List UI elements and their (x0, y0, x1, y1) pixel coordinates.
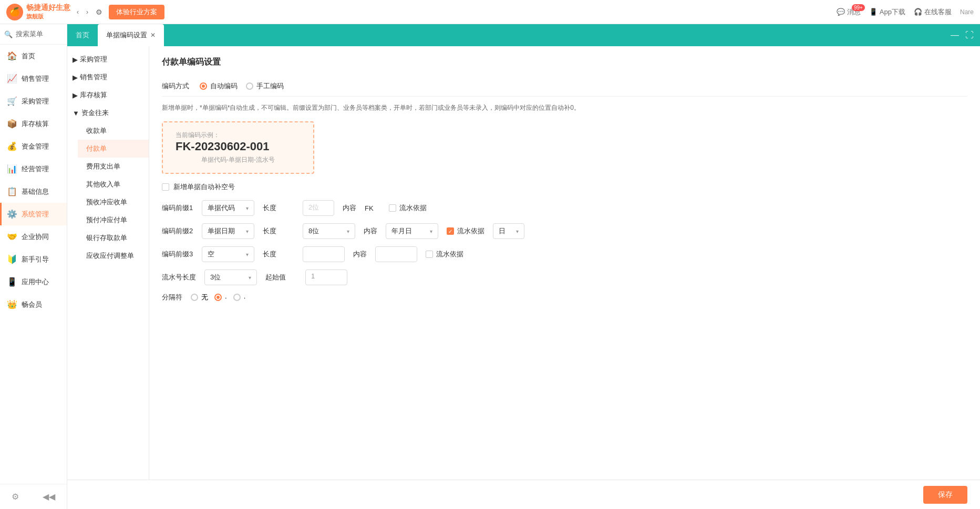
sec-item-receipt[interactable]: 收款单 (78, 122, 149, 140)
second-sidebar: ▶ 采购管理 ▶ 销售管理 ▶ 库存核算 ▼ 资金往来 收款单 付款单 (67, 46, 149, 480)
prefix3-content-input[interactable] (375, 246, 417, 262)
online-service-button[interactable]: 🎧 在线客服 (914, 7, 952, 17)
chevron-right-icon: ▶ (73, 56, 78, 64)
code-preview-label: 当前编码示例： (176, 131, 301, 140)
prefix2-length-arrow-icon: ▾ (347, 228, 349, 234)
sidebar-item-guide[interactable]: 🔰 新手引导 (0, 248, 67, 271)
settings-icon[interactable]: ⚙ (94, 6, 105, 18)
search-menu[interactable]: 🔍 搜索菜单 (0, 24, 67, 45)
prefix2-select[interactable]: 单据日期 ▾ (202, 223, 254, 239)
prefix1-select-value: 单据代码 (208, 203, 235, 213)
separator-row: 分隔符 无 · · (162, 293, 967, 302)
sidebar-item-home[interactable]: 🏠 首页 (0, 45, 67, 67)
sales-icon: 📈 (7, 74, 17, 84)
prefix2-extra-select[interactable]: 日 ▾ (493, 223, 524, 239)
page-title: 付款单编码设置 (162, 57, 967, 68)
sidebar-item-purchase[interactable]: 🛒 采购管理 (0, 90, 67, 112)
messages-button[interactable]: 💬 消息 99+ (837, 7, 861, 17)
prefix1-length-input[interactable]: 2位 (303, 200, 334, 216)
prefix2-liushui-checkbox[interactable]: ✓ (447, 227, 454, 235)
collapse-icon[interactable]: ◀◀ (39, 489, 58, 505)
finance-icon: 💰 (7, 141, 17, 151)
sec-group-purchase[interactable]: ▶ 采购管理 (67, 50, 149, 68)
tabbar-fullscreen-icon[interactable]: ⛶ (963, 28, 976, 42)
serial-length-select[interactable]: 3位 ▾ (204, 269, 257, 285)
sidebar-item-member[interactable]: 👑 畅会员 (0, 293, 67, 316)
tab-home-label: 首页 (76, 30, 89, 40)
serial-length-label: 流水号长度 (162, 273, 196, 282)
sec-item-bank-transfer[interactable]: 银行存取款单 (78, 229, 149, 247)
app-icon: 📱 (869, 8, 878, 16)
prefix2-length-select[interactable]: 8位 ▾ (303, 223, 355, 239)
sidebar-item-label: 经营管理 (22, 164, 49, 174)
form-row-3: 编码前缀3 空 ▾ 长度 内容 流水依据 (162, 246, 967, 262)
sidebar-item-label: 销售管理 (22, 74, 49, 84)
save-button[interactable]: 保存 (923, 486, 967, 504)
prefix1-select[interactable]: 单据代码 ▾ (202, 200, 254, 216)
prefix2-liushui-label: 流水依据 (457, 226, 484, 236)
start-value-input[interactable]: 1 (305, 269, 347, 285)
nav-prev-icon[interactable]: ‹ (75, 6, 81, 18)
code-preview-sub: 单据代码-单据日期-流水号 (176, 155, 301, 164)
sidebar-item-enterprise[interactable]: 🤝 企业协同 (0, 225, 67, 248)
info-text: 新增单据时，*单据编码*自动生成，不可编辑。前缀设置为部门、业务员等档案类，开单… (162, 103, 967, 113)
sec-item-advance-payment[interactable]: 预付冲应付单 (78, 211, 149, 229)
sec-item-payment[interactable]: 付款单 (78, 140, 149, 158)
sep-radio-dash[interactable]: · (233, 294, 246, 302)
sep-radio-none[interactable]: 无 (191, 293, 208, 302)
auto-code-radio-circle (200, 82, 207, 90)
brand-name: 畅捷通好生意 (26, 3, 70, 13)
chevron-right-icon: ▶ (73, 74, 78, 81)
sec-item-expense[interactable]: 费用支出单 (78, 158, 149, 175)
chevron-down-icon: ▼ (73, 109, 79, 117)
prefix2-extra-value: 日 (499, 226, 506, 236)
message-badge: 99+ (852, 4, 865, 11)
sidebar-item-label: 应用中心 (22, 277, 49, 287)
prefix1-liushui-row: 流水依据 (389, 203, 427, 213)
sidebar-item-label: 畅会员 (22, 300, 42, 309)
sidebar-item-sales[interactable]: 📈 销售管理 (0, 67, 67, 90)
brand-sub: 旗舰版 (26, 13, 70, 20)
sec-group-capital[interactable]: ▼ 资金往来 (67, 104, 149, 122)
app-download-button[interactable]: 📱 App下载 (869, 7, 905, 17)
prefix3-select[interactable]: 空 ▾ (202, 246, 254, 262)
tab-home[interactable]: 首页 (67, 24, 98, 46)
serial-length-value: 3位 (210, 273, 221, 282)
topbar: 🍊 畅捷通好生意 旗舰版 ‹ › ⚙ 体验行业方案 💬 消息 99+ 📱 App… (0, 0, 980, 24)
manual-code-radio[interactable]: 手工编码 (246, 81, 284, 91)
prefix3-liushui-checkbox[interactable] (426, 251, 433, 258)
sidebar-item-operations[interactable]: 📊 经营管理 (0, 158, 67, 180)
basic-icon: 📋 (7, 186, 17, 196)
trial-button[interactable]: 体验行业方案 (109, 5, 164, 19)
auto-code-radio[interactable]: 自动编码 (200, 81, 238, 91)
sidebar-item-system[interactable]: ⚙️ 系统管理 (0, 203, 67, 225)
tab-code-settings[interactable]: 单据编码设置 ✕ (98, 24, 164, 46)
settings-bottom-icon[interactable]: ⚙ (8, 489, 22, 505)
form-row-2: 编码前缀2 单据日期 ▾ 长度 8位 ▾ 内容 年月日 (162, 223, 967, 239)
prefix1-content-value: FK (365, 204, 380, 212)
sidebar-item-label: 资金管理 (22, 142, 49, 151)
sec-item-ar-ap-adjust[interactable]: 应收应付调整单 (78, 247, 149, 265)
sidebar-item-basic[interactable]: 📋 基础信息 (0, 180, 67, 203)
sidebar-item-label: 新手引导 (22, 255, 49, 264)
sidebar-item-label: 系统管理 (22, 210, 49, 219)
nav-next-icon[interactable]: › (84, 6, 90, 18)
sidebar-item-finance[interactable]: 💰 资金管理 (0, 135, 67, 158)
sidebar-item-inventory[interactable]: 📦 库存核算 (0, 112, 67, 135)
prefix2-content-arrow-icon: ▾ (430, 228, 432, 234)
sec-group-inventory[interactable]: ▶ 库存核算 (67, 86, 149, 104)
tab-close-icon[interactable]: ✕ (150, 32, 156, 39)
sec-group-sales[interactable]: ▶ 销售管理 (67, 68, 149, 86)
prefix3-length-input[interactable] (303, 246, 345, 262)
prefix2-content-select[interactable]: 年月日 ▾ (386, 223, 438, 239)
sec-item-advance-receipt[interactable]: 预收冲应收单 (78, 193, 149, 211)
sep-radio-dot[interactable]: · (214, 294, 227, 302)
prefix1-liushui-checkbox[interactable] (389, 204, 396, 212)
topbar-left: 🍊 畅捷通好生意 旗舰版 ‹ › ⚙ 体验行业方案 (6, 3, 164, 20)
auto-fill-checkbox[interactable] (162, 183, 169, 191)
content-wrapper: ▶ 采购管理 ▶ 销售管理 ▶ 库存核算 ▼ 资金往来 收款单 付款单 (67, 46, 980, 480)
sidebar-item-label: 企业协同 (22, 232, 49, 242)
sidebar-item-app[interactable]: 📱 应用中心 (0, 271, 67, 293)
tabbar-minus-icon[interactable]: — (948, 28, 961, 42)
sec-item-other-income[interactable]: 其他收入单 (78, 175, 149, 193)
